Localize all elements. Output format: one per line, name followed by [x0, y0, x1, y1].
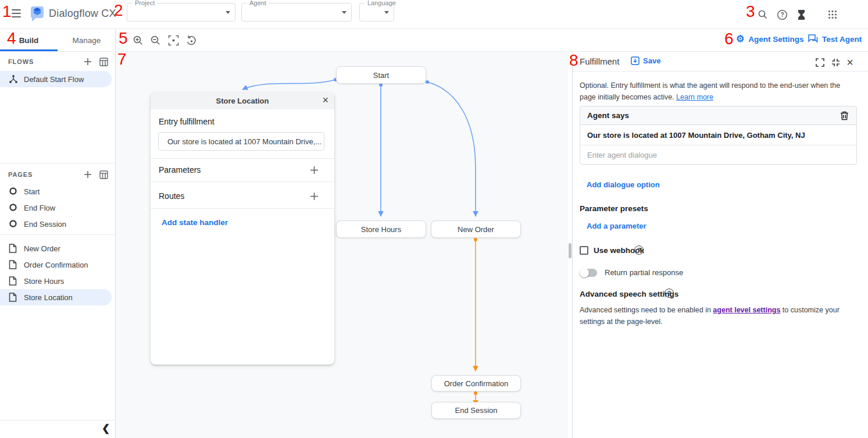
page-doc-icon — [9, 244, 18, 253]
flows-list-view-button[interactable] — [98, 56, 109, 67]
parameters-label: Parameters — [159, 165, 201, 175]
top-app-bar: Dialogflow CX Project Agent Language ? — [0, 0, 868, 29]
tab-manage[interactable]: Manage — [58, 29, 116, 51]
search-icon[interactable] — [756, 8, 770, 22]
add-route-plus-icon[interactable] — [309, 191, 319, 201]
dialogflow-cx-window: Dialogflow CX Project Agent Language ? — [0, 0, 868, 438]
flow-tabs-cell: Build Manage — [0, 29, 116, 51]
secondary-toolbar: Build Manage ⚙ Agent Settings Test Agent — [0, 29, 868, 52]
divider — [151, 208, 334, 209]
return-partial-response-label: Return partial response — [605, 268, 683, 277]
resize-handle[interactable] — [569, 243, 571, 258]
page-doc-icon — [9, 293, 18, 302]
product-name: Dialogflow CX — [49, 8, 116, 20]
apps-grid-icon[interactable] — [826, 8, 840, 22]
collapse-sidebar-button[interactable]: ❮ — [100, 422, 112, 434]
speech-settings-help-icon[interactable]: ? — [665, 289, 674, 298]
test-agent-button[interactable]: Test Agent — [808, 34, 862, 44]
toggle-knob — [580, 268, 589, 277]
close-icon[interactable]: × — [322, 94, 328, 106]
fullscreen-exit-icon[interactable] — [831, 58, 840, 67]
hourglass-icon[interactable] — [794, 8, 808, 22]
add-dialogue-option-link[interactable]: Add dialogue option — [587, 180, 660, 189]
annotation-8: 8 — [569, 52, 578, 69]
store-location-panel-header[interactable]: Store Location — [151, 92, 334, 109]
annotation-3: 3 — [746, 3, 755, 20]
agent-dropdown[interactable]: Agent — [241, 3, 352, 22]
return-partial-response-toggle[interactable] — [580, 269, 597, 277]
page-circle-icon — [9, 219, 18, 229]
divider — [0, 234, 116, 235]
sidebar: FLOWS Default Start Flow PAGES Start End… — [0, 52, 116, 438]
reset-view-icon[interactable] — [185, 34, 198, 47]
annotation-6: 6 — [724, 31, 734, 47]
store-location-panel-title: Store Location — [216, 97, 269, 105]
language-dropdown[interactable]: Language — [359, 3, 394, 22]
test-agent-label: Test Agent — [822, 35, 862, 44]
add-parameter-plus-icon[interactable] — [309, 165, 319, 175]
advanced-settings-note: Advanced settings need to be enabled in … — [580, 304, 855, 327]
learn-more-link[interactable]: Learn more — [676, 93, 713, 101]
svg-text:?: ? — [780, 12, 784, 18]
agent-level-settings-link[interactable]: agent level settings — [713, 306, 780, 314]
fullscreen-icon[interactable] — [815, 58, 824, 67]
trash-icon[interactable] — [840, 111, 849, 120]
save-label: Save — [643, 56, 660, 65]
agent-dialogue-input[interactable]: Enter agent dialogue — [580, 145, 856, 164]
entry-fulfillment-value: Our store is located at 1007 Mountain Dr… — [167, 137, 322, 146]
divider — [151, 181, 334, 182]
fulfillment-panel-title: Fulfillment — [580, 56, 619, 66]
fulfillment-panel: Fulfillment Save × Optional. Entry fulfi… — [573, 52, 868, 438]
use-webhook-checkbox[interactable] — [580, 246, 588, 255]
page-item-label: Store Location — [24, 293, 73, 302]
entry-fulfillment-label: Entry fulfillment — [159, 117, 215, 126]
page-doc-icon — [9, 260, 18, 269]
webhook-help-icon[interactable]: ? — [634, 245, 644, 255]
sidebar-item-store-location[interactable]: Store Location — [0, 289, 112, 305]
help-icon[interactable]: ? — [775, 8, 789, 22]
flow-icon — [9, 74, 18, 84]
active-tab-underline — [0, 49, 58, 51]
sidebar-item-end-flow[interactable]: End Flow — [0, 200, 112, 216]
sidebar-item-end-session[interactable]: End Session — [0, 216, 112, 232]
flow-canvas[interactable]: Start Store Hours New Order Order Confir… — [116, 52, 568, 438]
page-circle-icon — [9, 203, 18, 212]
zoom-out-icon[interactable] — [149, 34, 162, 47]
fulfillment-description: Optional. Entry fulfillment is what the … — [580, 80, 855, 103]
save-button[interactable]: Save — [631, 56, 660, 65]
pages-section-header: PAGES — [0, 168, 116, 182]
annotation-7: 7 — [117, 51, 127, 67]
agent-says-header: Agent says — [580, 106, 856, 125]
node-new-order[interactable]: New Order — [431, 220, 521, 238]
node-store-hours[interactable]: Store Hours — [336, 220, 426, 238]
language-dropdown-label: Language — [365, 0, 398, 6]
close-icon[interactable]: × — [845, 58, 855, 67]
entry-fulfillment-field[interactable]: Our store is located at 1007 Mountain Dr… — [158, 132, 324, 151]
center-focus-icon[interactable] — [167, 34, 180, 47]
agent-settings-button[interactable]: ⚙ Agent Settings — [736, 34, 804, 44]
pages-list-view-button[interactable] — [98, 169, 109, 180]
sidebar-item-new-order[interactable]: New Order — [0, 240, 112, 257]
node-start[interactable]: Start — [336, 66, 426, 84]
add-a-parameter-link[interactable]: Add a parameter — [587, 222, 646, 230]
node-label: Store Hours — [361, 225, 401, 234]
dialogflow-logo — [29, 5, 45, 23]
store-location-node-panel: Store Location × Entry fulfillment Our s… — [151, 92, 334, 365]
add-page-button[interactable] — [83, 169, 93, 180]
node-end-session[interactable]: End Session — [431, 402, 521, 419]
zoom-in-icon[interactable] — [131, 34, 144, 47]
menu-icon[interactable] — [12, 9, 21, 17]
sidebar-item-start[interactable]: Start — [0, 183, 112, 200]
sidebar-item-order-confirmation[interactable]: Order Confirmation — [0, 257, 112, 273]
add-flow-button[interactable] — [83, 56, 93, 67]
node-order-confirmation[interactable]: Order Confirmation — [431, 375, 521, 391]
project-dropdown[interactable]: Project — [127, 3, 235, 22]
add-state-handler-link[interactable]: Add state handler — [162, 218, 228, 227]
advanced-speech-settings-label: Advanced speech settings — [580, 290, 678, 298]
agent-dialogue-entry[interactable]: Our store is located at 1007 Mountain Dr… — [580, 125, 856, 145]
annotation-2: 2 — [114, 2, 123, 19]
sidebar-item-default-start-flow[interactable]: Default Start Flow — [0, 71, 112, 87]
panel-resize-gutter — [568, 52, 573, 438]
sidebar-item-store-hours[interactable]: Store Hours — [0, 273, 112, 289]
flow-item-label: Default Start Flow — [24, 75, 84, 84]
